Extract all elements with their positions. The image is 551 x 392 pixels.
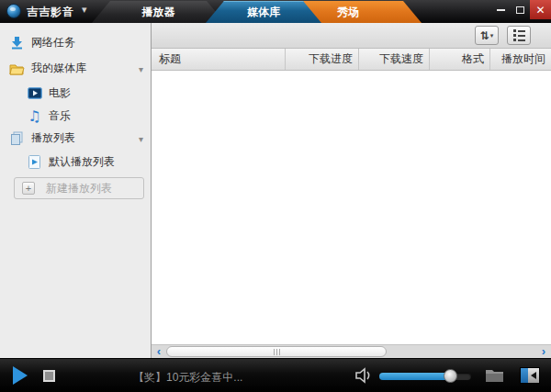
app-logo-icon[interactable] (6, 4, 21, 18)
main-body: 网络任务 我的媒体库 ▾ 电影 ♫ 音乐 (0, 23, 551, 358)
play-button[interactable] (13, 366, 28, 385)
sidebar-item-movies[interactable]: 电影 (0, 82, 151, 105)
plus-icon: + (22, 182, 35, 195)
media-library-content: ⇅ ▾ 标题 下载进度 下载速度 格式 播放时间 (152, 23, 551, 358)
scroll-right-arrow-icon[interactable]: › (537, 345, 550, 359)
download-icon (9, 35, 25, 50)
maximize-icon (516, 6, 524, 14)
sidebar-item-label: 播放列表 (31, 130, 75, 146)
volume-knob[interactable] (444, 369, 457, 383)
sidebar-item-music[interactable]: ♫ 音乐 (0, 105, 151, 127)
column-header-play-time[interactable]: 播放时间 (489, 49, 551, 70)
player-bar: 【奖】10元彩金喜中... (0, 358, 551, 392)
volume-slider[interactable] (379, 373, 471, 380)
close-icon: ✕ (535, 4, 545, 17)
toolbar: ⇅ ▾ (152, 23, 551, 49)
new-playlist-label: 新建播放列表 (46, 181, 112, 196)
document-icon (27, 154, 42, 170)
window-controls: ✕ (491, 0, 551, 19)
folder-icon (9, 61, 25, 76)
music-icon: ♫ (27, 108, 42, 124)
sidebar-item-label: 默认播放列表 (49, 154, 115, 170)
sidebar-item-default-playlist[interactable]: 默认播放列表 (0, 150, 151, 174)
tab-player[interactable]: 播放器 (92, 1, 225, 23)
sidebar-item-label: 我的媒体库 (31, 61, 86, 76)
sidebar: 网络任务 我的媒体库 ▾ 电影 ♫ 音乐 (0, 23, 152, 358)
playlist-icon (9, 130, 25, 146)
column-header-download-speed[interactable]: 下载速度 (358, 49, 429, 70)
sidebar-item-my-media-library[interactable]: 我的媒体库 ▾ (0, 55, 151, 82)
sort-icon: ⇅ (480, 29, 489, 42)
sidebar-item-playlists[interactable]: 播放列表 ▾ (0, 127, 151, 150)
app-window: 吉吉影音 ▾ 播放器 秀场 媒体库 ✕ 网络任务 (0, 0, 551, 392)
media-list-empty-area[interactable] (152, 71, 551, 344)
promo-marquee-text: 【奖】10元彩金喜中... (133, 370, 242, 386)
collapse-arrow-icon[interactable]: ▾ (139, 63, 143, 73)
playlist-panel-toggle-button[interactable] (520, 367, 540, 384)
collapse-left-icon (528, 368, 539, 383)
minimize-icon (497, 9, 505, 11)
stop-button[interactable] (43, 370, 55, 382)
app-title: 吉吉影音 (27, 5, 74, 20)
table-header: 标题 下载进度 下载速度 格式 播放时间 (152, 49, 551, 71)
open-file-folder-icon[interactable] (485, 368, 504, 386)
sidebar-item-network-tasks[interactable]: 网络任务 (0, 29, 151, 55)
collapse-arrow-icon[interactable]: ▾ (139, 133, 143, 143)
minimize-button[interactable] (491, 0, 511, 19)
movie-icon (27, 85, 42, 101)
tab-show-label: 秀场 (337, 5, 359, 20)
tab-player-label: 播放器 (142, 5, 175, 20)
column-header-download-progress[interactable]: 下载进度 (285, 49, 358, 70)
maximize-button[interactable] (511, 0, 530, 19)
new-playlist-button[interactable]: + 新建播放列表 (14, 177, 144, 199)
close-button[interactable]: ✕ (530, 0, 551, 19)
sort-button[interactable]: ⇅ ▾ (475, 26, 499, 45)
horizontal-scrollbar[interactable]: ‹ › (152, 344, 551, 358)
column-header-format[interactable]: 格式 (429, 49, 489, 70)
sidebar-item-label: 电影 (49, 85, 71, 101)
volume-speaker-icon[interactable] (354, 367, 373, 386)
sidebar-item-label: 音乐 (49, 108, 71, 124)
sidebar-item-label: 网络任务 (31, 35, 75, 50)
volume-fill (379, 373, 451, 380)
scrollbar-thumb[interactable] (166, 346, 387, 357)
tab-media-library-label: 媒体库 (247, 5, 280, 20)
panel-bar-icon (521, 368, 528, 383)
list-view-icon (513, 29, 525, 41)
view-mode-button[interactable] (507, 26, 531, 45)
scroll-left-arrow-icon[interactable]: ‹ (152, 345, 165, 359)
tab-media-library[interactable]: 媒体库 (206, 1, 321, 23)
sort-dropdown-icon: ▾ (490, 32, 494, 39)
main-menu-arrow-icon[interactable]: ▾ (82, 4, 87, 16)
column-header-title[interactable]: 标题 (152, 51, 285, 67)
titlebar: 吉吉影音 ▾ 播放器 秀场 媒体库 ✕ (0, 0, 551, 23)
